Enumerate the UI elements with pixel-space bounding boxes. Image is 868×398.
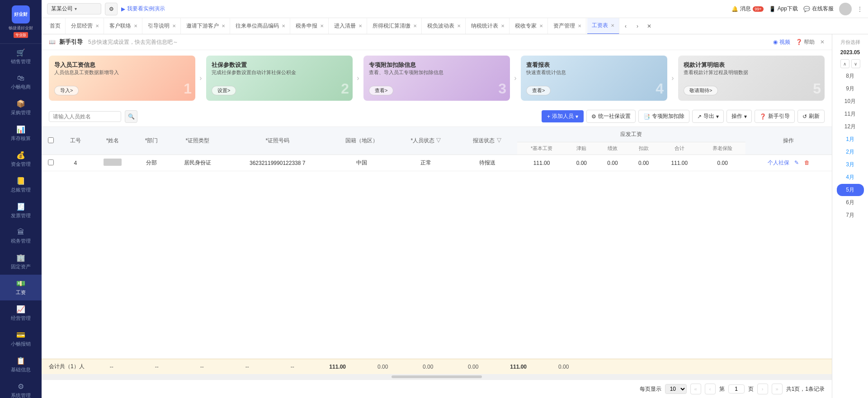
- scroll-thumb[interactable]: [392, 375, 482, 378]
- operate-button[interactable]: 操作 ▾: [726, 110, 752, 123]
- special-deduction-button[interactable]: 📑 专项附加扣除: [638, 110, 689, 123]
- close-icon[interactable]: ✕: [222, 23, 225, 28]
- step2-btn[interactable]: 设置>: [212, 86, 236, 95]
- close-icon[interactable]: ✕: [539, 23, 543, 28]
- close-icon[interactable]: ✕: [359, 23, 362, 28]
- month-prev-button[interactable]: ∧: [840, 59, 849, 68]
- sidebar-item-invoice[interactable]: 🧾 发票管理: [0, 198, 42, 224]
- month-item-12[interactable]: 12月: [837, 121, 864, 133]
- sidebar-item-ecommerce[interactable]: 🛍 小畅电商: [0, 70, 42, 95]
- month-item-3[interactable]: 3月: [837, 159, 864, 171]
- social-security-button[interactable]: ⚙ 统一社保设置: [586, 110, 636, 123]
- row-checkbox[interactable]: [48, 159, 54, 165]
- tab-nav-right[interactable]: ›: [632, 21, 643, 32]
- month-item-11[interactable]: 11月: [837, 108, 864, 120]
- op-social-security[interactable]: 个人社保: [768, 159, 789, 166]
- op-edit[interactable]: ✎: [794, 159, 799, 166]
- tab-customer[interactable]: 客户联络 ✕: [105, 18, 142, 34]
- newbie-guide-button[interactable]: ❓ 新手引导: [755, 110, 795, 123]
- sidebar-item-finance[interactable]: 💰 资金管理: [0, 146, 42, 172]
- tab-tax-burden[interactable]: 税负波动表 ✕: [423, 18, 466, 34]
- op-delete[interactable]: 🗑: [804, 159, 810, 166]
- month-next-button[interactable]: ∨: [851, 59, 860, 68]
- horizontal-scrollbar[interactable]: [42, 374, 832, 379]
- page-number-input[interactable]: [728, 384, 745, 393]
- tab-clearance[interactable]: 进入清册 ✕: [330, 18, 367, 34]
- first-page-button[interactable]: «: [690, 384, 701, 394]
- filter-icon[interactable]: ▽: [496, 137, 502, 144]
- search-input[interactable]: [49, 111, 121, 122]
- sidebar-item-tax[interactable]: 🏛 税务管理: [0, 224, 42, 249]
- sidebar-item-inventory[interactable]: 📊 库存核算: [0, 121, 42, 146]
- close-icon[interactable]: ✕: [578, 23, 581, 28]
- month-item-2[interactable]: 2月: [837, 146, 864, 158]
- step1-btn[interactable]: 导入>: [54, 86, 79, 95]
- page-size-select[interactable]: 10 20 50: [665, 384, 687, 394]
- month-item-5[interactable]: 5月: [837, 184, 864, 196]
- tab-guide[interactable]: 引导说明 ✕: [143, 18, 181, 34]
- user-menu-button[interactable]: ⋮: [857, 6, 863, 12]
- prev-page-button[interactable]: ‹: [705, 384, 716, 394]
- tab-home[interactable]: 首页: [45, 18, 66, 34]
- tab-nav-left[interactable]: ‹: [620, 21, 631, 32]
- step4-btn[interactable]: 查看>: [526, 86, 551, 95]
- demo-text: 我要看实例演示: [127, 5, 165, 13]
- sidebar-item-purchase[interactable]: 📦 采购管理: [0, 95, 42, 121]
- close-icon[interactable]: ✕: [457, 23, 461, 28]
- close-icon[interactable]: ✕: [282, 23, 285, 28]
- sidebar-item-expense[interactable]: 💳 小畅报销: [0, 326, 42, 352]
- close-icon[interactable]: ✕: [611, 23, 614, 28]
- sidebar-item-system[interactable]: ⚙ 系统管理: [0, 378, 42, 398]
- tab-tax-report[interactable]: 税务申报 ✕: [291, 18, 329, 34]
- add-person-button[interactable]: + 添加人员 ▾: [542, 110, 584, 122]
- tab-tax-expert[interactable]: 税收专家 ✕: [510, 18, 548, 34]
- close-icon[interactable]: ✕: [95, 23, 99, 28]
- sidebar-item-assets[interactable]: 🏢 固定资产: [0, 249, 42, 275]
- search-button[interactable]: 🔍: [125, 110, 137, 123]
- sidebar-item-basic-info[interactable]: 📋 基础信息: [0, 352, 42, 378]
- tab-layered[interactable]: 分层经营 ✕: [66, 18, 104, 34]
- close-icon[interactable]: ✕: [501, 23, 505, 28]
- app-download-button[interactable]: 📱 App下载: [769, 5, 798, 13]
- notification-button[interactable]: 🔔 消息 99+: [731, 5, 763, 13]
- step5-btn[interactable]: 敬请期待>: [684, 86, 718, 95]
- demo-link[interactable]: ▶ 我要看实例演示: [121, 5, 165, 13]
- tab-tax-stats[interactable]: 纳税统计表 ✕: [467, 18, 509, 34]
- company-selector[interactable]: 某某公司 ▾: [47, 3, 101, 14]
- month-item-9[interactable]: 9月: [837, 83, 864, 95]
- tab-asset[interactable]: 资产管理 ✕: [549, 18, 586, 34]
- guide-video-btn[interactable]: ◉ 视频: [773, 38, 790, 46]
- tab-salary-sheet[interactable]: 工资表 ✕: [587, 18, 619, 34]
- month-item-7[interactable]: 7月: [837, 209, 864, 221]
- guide-help-btn[interactable]: ❓ 帮助: [796, 38, 815, 46]
- next-page-button[interactable]: ›: [757, 384, 768, 394]
- tab-product-code[interactable]: 往来单位商品编码 ✕: [231, 18, 290, 34]
- guide-title: 新手引导: [59, 38, 83, 46]
- month-item-8[interactable]: 8月: [837, 70, 864, 82]
- select-all-checkbox[interactable]: [48, 137, 54, 143]
- month-item-10[interactable]: 10月: [837, 95, 864, 108]
- last-page-button[interactable]: »: [772, 384, 783, 394]
- step3-btn[interactable]: 查看>: [369, 86, 393, 95]
- sidebar-item-ledger[interactable]: 📒 总账管理: [0, 172, 42, 198]
- month-item-6[interactable]: 6月: [837, 197, 864, 209]
- sidebar-item-sales[interactable]: 🛒 销售管理: [0, 44, 42, 70]
- settings-button[interactable]: ⚙: [105, 3, 118, 15]
- export-button[interactable]: ↗ 导出 ▾: [692, 110, 724, 123]
- tab-close-all[interactable]: ✕: [644, 21, 655, 32]
- close-icon[interactable]: ✕: [134, 23, 137, 28]
- month-item-4[interactable]: 4月: [837, 171, 864, 183]
- sidebar-item-operations[interactable]: 📈 经营管理: [0, 300, 42, 326]
- sidebar-item-salary[interactable]: 💵 工资: [0, 275, 42, 300]
- filter-icon[interactable]: ▽: [436, 137, 441, 144]
- close-icon[interactable]: ✕: [172, 23, 176, 28]
- online-service-button[interactable]: 💬 在线客服: [803, 5, 834, 13]
- close-icon[interactable]: ✕: [413, 23, 417, 28]
- close-icon[interactable]: ✕: [320, 23, 324, 28]
- tab-invite[interactable]: 邀请下游客户 ✕: [182, 18, 230, 34]
- user-avatar[interactable]: [839, 3, 852, 15]
- guide-close-btn[interactable]: ✕: [820, 39, 825, 45]
- refresh-button[interactable]: ↺ 刷新: [797, 110, 825, 123]
- tab-income-tax[interactable]: 所得税汇算清缴 ✕: [368, 18, 422, 34]
- month-item-1[interactable]: 1月: [837, 133, 864, 145]
